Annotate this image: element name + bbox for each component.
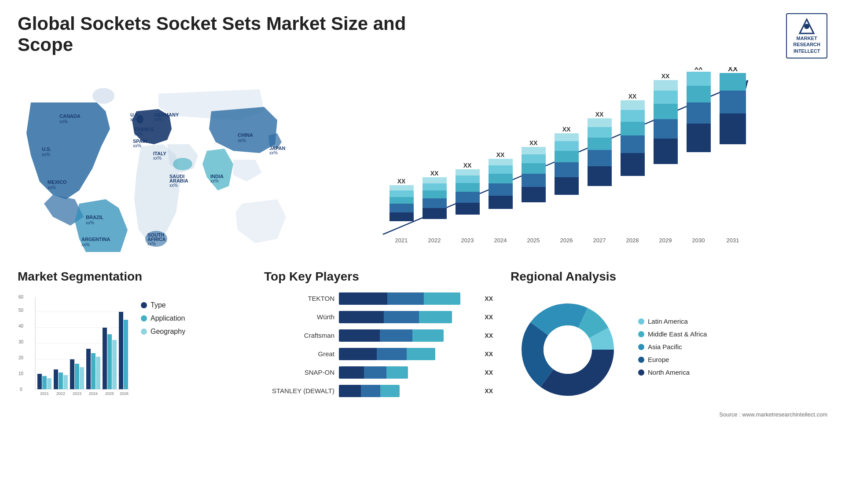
svg-text:2031: 2031 <box>727 237 739 244</box>
bar-2028: XX 2028 <box>621 93 645 244</box>
svg-rect-53 <box>456 203 480 215</box>
svg-text:30: 30 <box>18 340 24 344</box>
svg-text:2025: 2025 <box>105 391 114 396</box>
segmentation-section: Market Segmentation 0 10 20 30 40 50 60 <box>18 270 246 418</box>
canada-label: CANADA <box>59 113 81 119</box>
svg-text:2028: 2028 <box>626 237 639 244</box>
svg-text:XX: XX <box>529 139 538 146</box>
legend-geography: Geography <box>141 328 185 336</box>
svg-rect-137 <box>80 367 84 389</box>
svg-text:XX: XX <box>430 170 439 177</box>
dot-middle-east <box>638 331 644 337</box>
svg-text:XX: XX <box>397 178 406 185</box>
top-section: CANADA xx% U.S. xx% MEXICO xx% BRAZIL xx… <box>18 67 827 252</box>
svg-text:2022: 2022 <box>56 391 65 396</box>
player-val-tekton: XX <box>485 292 493 305</box>
svg-rect-81 <box>588 166 612 186</box>
svg-rect-69 <box>522 163 546 174</box>
dot-north-america <box>638 369 644 376</box>
svg-text:2026: 2026 <box>120 391 129 396</box>
svg-text:0: 0 <box>20 387 22 392</box>
donut-hole <box>544 325 592 374</box>
svg-text:U.S.: U.S. <box>42 146 51 152</box>
svg-text:xx%: xx% <box>59 119 68 124</box>
legend-north-america: North America <box>638 369 827 376</box>
svg-point-2 <box>92 88 114 104</box>
player-name-snapon: SNAP-ON <box>264 369 334 376</box>
svg-rect-47 <box>422 198 447 208</box>
player-row-tekton: TEKTON XX <box>264 292 493 305</box>
player-row-stanley: STANLEY (DEWALT) XX <box>264 385 493 397</box>
svg-rect-75 <box>555 162 579 177</box>
svg-text:XX: XX <box>463 162 472 169</box>
svg-text:XX: XX <box>595 111 604 118</box>
svg-rect-97 <box>654 104 678 119</box>
svg-rect-133 <box>63 375 68 389</box>
dot-asia-pacific <box>638 344 644 350</box>
svg-text:xx%: xx% <box>147 241 156 246</box>
legend-europe: Europe <box>638 356 827 363</box>
segmentation-title: Market Segmentation <box>18 270 246 284</box>
svg-text:20: 20 <box>18 355 24 360</box>
growth-chart-svg: XX 2021 XX 2022 XX 2023 <box>308 67 827 252</box>
svg-rect-74 <box>555 177 579 195</box>
bar-2029: XX 2029 <box>654 73 678 244</box>
svg-text:60: 60 <box>18 295 24 299</box>
legend-application-label: Application <box>151 314 185 322</box>
svg-rect-90 <box>621 122 645 135</box>
bar-2027: XX 2027 <box>588 111 612 244</box>
dot-latin-america <box>638 318 644 325</box>
svg-rect-62 <box>489 174 513 183</box>
svg-rect-95 <box>654 139 678 164</box>
svg-rect-108 <box>720 113 746 144</box>
player-bar-stanley <box>339 385 477 397</box>
svg-rect-84 <box>588 127 612 138</box>
svg-text:xx%: xx% <box>134 131 143 136</box>
player-row-wurth: Würth XX <box>264 311 493 323</box>
svg-rect-83 <box>588 138 612 150</box>
logo-icon <box>798 18 816 35</box>
source-text: Source : www.marketresearchintellect.com <box>511 411 827 418</box>
svg-rect-68 <box>522 174 546 187</box>
svg-text:xx%: xx% <box>238 138 246 143</box>
svg-rect-143 <box>103 328 107 389</box>
segmentation-legend: Type Application Geography <box>141 292 185 341</box>
player-row-great: Great XX <box>264 348 493 360</box>
logo: MARKET RESEARCH INTELLECT <box>786 13 827 58</box>
svg-text:2030: 2030 <box>692 237 705 244</box>
legend-application: Application <box>141 314 185 322</box>
svg-text:50: 50 <box>18 308 24 313</box>
regional-title: Regional Analysis <box>511 270 827 284</box>
svg-rect-46 <box>422 208 447 219</box>
svg-rect-40 <box>389 204 414 212</box>
regional-legend: Latin America Middle East & Africa Asia … <box>638 318 827 381</box>
svg-text:xx%: xx% <box>153 156 162 161</box>
svg-rect-98 <box>654 91 678 104</box>
svg-rect-129 <box>47 378 51 389</box>
label-middle-east: Middle East & Africa <box>648 330 707 338</box>
svg-rect-104 <box>687 86 711 102</box>
svg-rect-136 <box>75 364 79 389</box>
svg-text:XX: XX <box>728 67 738 73</box>
players-chart: TEKTON XX Würth <box>264 292 493 397</box>
svg-text:xx%: xx% <box>42 152 50 157</box>
svg-rect-70 <box>522 154 546 163</box>
svg-rect-147 <box>119 312 123 389</box>
regional-section: Regional Analysis <box>511 270 827 418</box>
svg-text:xx%: xx% <box>269 150 278 155</box>
regional-content: Latin America Middle East & Africa Asia … <box>511 292 827 407</box>
legend-asia-pacific: Asia Pacific <box>638 343 827 351</box>
svg-rect-105 <box>687 72 711 86</box>
player-bar-craftsman <box>339 329 477 342</box>
svg-rect-139 <box>86 349 91 389</box>
svg-text:BRAZIL: BRAZIL <box>86 215 104 220</box>
svg-text:XX: XX <box>661 73 670 80</box>
svg-text:2021: 2021 <box>40 391 49 396</box>
svg-rect-131 <box>54 369 58 389</box>
svg-text:xx%: xx% <box>169 183 178 188</box>
svg-rect-135 <box>70 359 74 389</box>
map-svg: CANADA xx% U.S. xx% MEXICO xx% BRAZIL xx… <box>18 67 290 252</box>
svg-rect-43 <box>389 185 414 190</box>
bar-2022: XX 2022 <box>422 170 447 244</box>
svg-rect-48 <box>422 190 447 198</box>
